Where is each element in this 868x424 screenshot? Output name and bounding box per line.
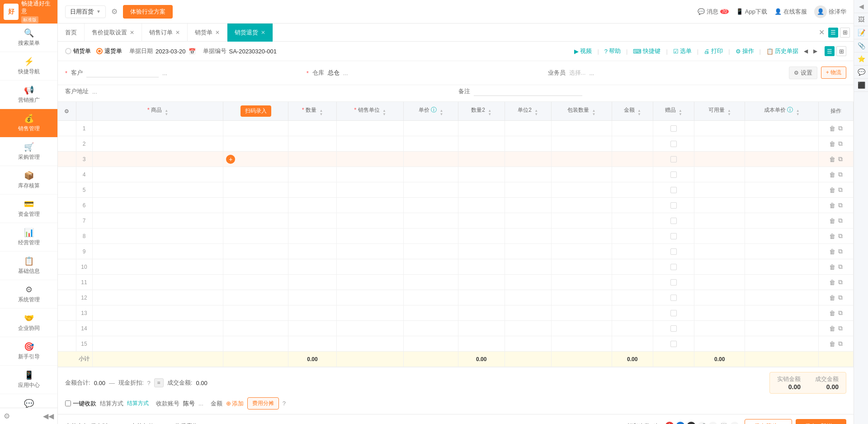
row-15-price[interactable] [404, 336, 458, 352]
note-input[interactable] [474, 87, 582, 96]
row-9-amount[interactable] [612, 244, 653, 259]
row-3-product[interactable] [92, 152, 223, 167]
row-3-qty[interactable] [288, 152, 336, 167]
delete-icon-3[interactable]: 🗑 [829, 156, 835, 163]
gift-checkbox-2[interactable] [670, 141, 677, 147]
industry-select[interactable]: 日用百货 ▼ [65, 5, 106, 18]
row-12-packqty[interactable] [551, 290, 612, 305]
sidebar-item-search[interactable]: 🔍搜索菜单 [0, 24, 57, 52]
row-9-qty[interactable] [288, 244, 336, 259]
experience-btn[interactable]: 体验行业方案 [123, 5, 173, 19]
row-12-unit[interactable] [336, 290, 404, 305]
price-sort-icon[interactable]: ▲▼ [439, 109, 443, 116]
delete-icon-4[interactable]: 🗑 [829, 171, 835, 178]
amount-sort-icon[interactable]: ▲▼ [637, 109, 641, 116]
row-1-price[interactable] [404, 121, 458, 136]
gift-checkbox-13[interactable] [670, 310, 677, 316]
row-13-qty2[interactable] [458, 305, 505, 321]
copy-icon-10[interactable]: ⧉ [838, 263, 843, 271]
col-scan[interactable]: 扫码录入 [223, 102, 288, 121]
row-11-price[interactable] [404, 275, 458, 290]
select-doc-action[interactable]: ☑ 选单 [673, 47, 692, 55]
row-12-qty[interactable] [288, 290, 336, 305]
row-3-packqty[interactable] [551, 152, 612, 167]
row-14-qty2[interactable] [458, 321, 505, 336]
row-7-price[interactable] [404, 213, 458, 229]
print-action[interactable]: 🖨 打印 [704, 47, 723, 55]
row-5-packqty[interactable] [551, 182, 612, 198]
scan-btn[interactable]: 扫码录入 [241, 105, 271, 117]
row-11-qty2[interactable] [458, 275, 505, 290]
row-11-packqty[interactable] [551, 275, 612, 290]
close-tab-sale-order-icon[interactable]: ✕ [175, 29, 180, 36]
row-14-unit2[interactable] [505, 321, 551, 336]
row-6-price[interactable] [404, 198, 458, 213]
row-13-qty[interactable] [288, 305, 336, 321]
row-4-unit[interactable] [336, 167, 404, 182]
gift-checkbox-10[interactable] [670, 264, 677, 270]
delete-icon-5[interactable]: 🗑 [829, 186, 835, 194]
row-10-packqty[interactable] [551, 259, 612, 275]
row-12-price[interactable] [404, 290, 458, 305]
sidebar-item-wechat[interactable]: 💬企业微信 [0, 394, 57, 408]
customer-dots[interactable]: ... [162, 70, 167, 76]
row-10-unit[interactable] [336, 259, 404, 275]
row-6-amount[interactable] [612, 198, 653, 213]
delete-icon-2[interactable]: 🗑 [829, 140, 835, 148]
row-7-product[interactable] [92, 213, 223, 229]
qty2-sort-icon[interactable]: ▲▼ [488, 109, 491, 116]
add-row-btn-3[interactable]: + [226, 155, 235, 164]
sidebar-item-finance[interactable]: 💳资金管理 [0, 195, 57, 223]
gift-checkbox-12[interactable] [670, 295, 677, 301]
delete-icon-6[interactable]: 🗑 [829, 202, 835, 209]
row-5-unit[interactable] [336, 182, 404, 198]
row-14-cost[interactable] [745, 321, 819, 336]
row-15-amount[interactable] [612, 336, 653, 352]
row-1-amount[interactable] [612, 121, 653, 136]
row-3-available[interactable] [694, 152, 745, 167]
row-2-amount[interactable] [612, 136, 653, 152]
sidebar-item-purchase[interactable]: 🛒采购管理 [0, 138, 57, 166]
gift-checkbox-3[interactable] [670, 156, 677, 162]
row-2-available[interactable] [694, 136, 745, 152]
row-7-amount[interactable] [612, 213, 653, 229]
split-btn[interactable]: 费用分摊 [247, 397, 279, 410]
settings-gear-icon[interactable]: ⚙ [111, 7, 118, 16]
unit-sort-icon[interactable]: ▲▼ [382, 109, 386, 116]
row-4-unit2[interactable] [505, 167, 551, 182]
row-5-cost[interactable] [745, 182, 819, 198]
row-8-available[interactable] [694, 229, 745, 244]
row-4-available[interactable] [694, 167, 745, 182]
row-9-unit[interactable] [336, 244, 404, 259]
gift-checkbox-8[interactable] [670, 233, 677, 239]
gift-checkbox-1[interactable] [670, 125, 677, 132]
row-11-unit2[interactable] [505, 275, 551, 290]
one-click-pay-checkbox[interactable]: 一键收款 [65, 400, 96, 408]
message-btn[interactable]: 💬 消息 70 [698, 8, 729, 16]
gift-checkbox-11[interactable] [670, 279, 677, 286]
row-2-product[interactable] [92, 136, 223, 152]
row-14-qty[interactable] [288, 321, 336, 336]
row-3-qty2[interactable] [458, 152, 505, 167]
row-3-cost[interactable] [745, 152, 819, 167]
pack-sort-icon[interactable]: ▲▼ [592, 109, 595, 116]
row-13-cost[interactable] [745, 305, 819, 321]
row-1-cost[interactable] [745, 121, 819, 136]
gift-checkbox-6[interactable] [670, 202, 677, 209]
copy-icon-6[interactable]: ⧉ [838, 201, 843, 209]
row-11-available[interactable] [694, 275, 745, 290]
row-10-qty[interactable] [288, 259, 336, 275]
row-8-product[interactable] [92, 229, 223, 244]
row-13-amount[interactable] [612, 305, 653, 321]
row-2-packqty[interactable] [551, 136, 612, 152]
copy-icon-14[interactable]: ⧉ [838, 324, 843, 332]
row-2-cost[interactable] [745, 136, 819, 152]
gift-sort-icon[interactable]: ▲▼ [679, 109, 682, 116]
copy-icon-11[interactable]: ⧉ [838, 278, 843, 286]
gift-checkbox-9[interactable] [670, 248, 677, 255]
tab-sale-out[interactable]: 销货单✕ [188, 24, 227, 42]
row-13-unit2[interactable] [505, 305, 551, 321]
history-action[interactable]: 📋 历史单据 [766, 47, 798, 55]
row-8-amount[interactable] [612, 229, 653, 244]
row-2-price[interactable] [404, 136, 458, 152]
